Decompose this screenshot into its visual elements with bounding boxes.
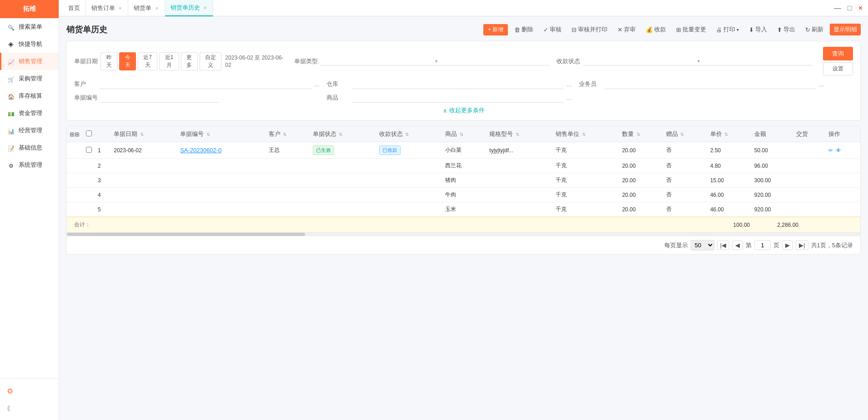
sidebar-item-search[interactable]: 搜索菜单 xyxy=(0,18,59,35)
row-transaction-col xyxy=(793,142,826,159)
tab-bar-maximize[interactable]: □ xyxy=(846,3,854,13)
row-checkbox-col[interactable] xyxy=(82,159,95,173)
date-btn-yesterday[interactable]: 昨天 xyxy=(100,52,117,70)
row-customer-col xyxy=(266,202,310,217)
date-btn-today[interactable]: 今天 xyxy=(119,52,136,70)
sort-payment-status-icon[interactable]: ⇅ xyxy=(405,132,409,137)
sort-gift-icon[interactable]: ⇅ xyxy=(680,132,684,137)
sort-goods-icon[interactable]: ⇅ xyxy=(460,132,463,137)
tab-sales-delivery[interactable]: 销货单 × xyxy=(128,0,165,16)
row-num-col: 5 xyxy=(95,202,111,217)
row-doc-number-col xyxy=(177,173,266,188)
table-scroll-area[interactable]: ⊞ 单据日期 ⇅ 单据编号 xyxy=(67,126,860,217)
delete-button[interactable]: 🗑 删除 xyxy=(511,24,537,35)
row-checkbox-col[interactable] xyxy=(82,142,95,159)
sort-spec-icon[interactable]: ⇅ xyxy=(516,132,519,137)
sidebar-item-base[interactable]: 基础信息 xyxy=(0,139,59,156)
date-btn-more[interactable]: 更多 xyxy=(181,52,198,70)
edit-op-button[interactable]: ✏ xyxy=(828,147,833,154)
audit-button[interactable]: ✓ 审核 xyxy=(540,24,565,35)
sidebar-bottom-settings[interactable]: ⚙ xyxy=(0,382,59,400)
date-range-display: 2023-06-02 至 2023-06-02 xyxy=(225,54,287,68)
sort-doc-status-icon[interactable]: ⇅ xyxy=(339,132,342,137)
select-all-checkbox[interactable] xyxy=(86,130,92,136)
sort-doc-number-icon[interactable]: ⇅ xyxy=(206,132,210,137)
last-page-button[interactable]: ▶| xyxy=(796,240,808,250)
row-doc-number-col xyxy=(177,188,266,202)
export-button[interactable]: ⬆ 导出 xyxy=(773,24,799,35)
filter-customer-input[interactable] xyxy=(100,79,311,89)
filter-warehouse-input[interactable] xyxy=(352,79,564,89)
sidebar-item-system[interactable]: 系统管理 xyxy=(0,156,59,174)
filter-settings-button[interactable]: 设置 xyxy=(823,62,853,75)
col-settings[interactable]: ⊞ xyxy=(67,126,82,142)
row-checkbox[interactable] xyxy=(86,147,92,153)
sidebar-item-purchase[interactable]: 采购管理 xyxy=(0,70,59,87)
collapse-filter-button[interactable]: ∧ 收起更多条件 xyxy=(74,106,853,115)
sort-customer-icon[interactable]: ⇅ xyxy=(283,132,286,137)
query-button[interactable]: 查询 xyxy=(823,47,853,60)
row-checkbox-col[interactable] xyxy=(82,202,95,217)
filter-payment-status-select[interactable]: ▾ xyxy=(583,57,812,65)
sort-unit-price-icon[interactable]: ⇅ xyxy=(724,132,728,137)
print-button[interactable]: 🖨 打印 ▾ xyxy=(712,24,743,35)
sort-doc-date-icon[interactable]: ⇅ xyxy=(140,132,144,137)
col-sales-unit: 销售单位 ⇅ xyxy=(553,126,619,142)
tab-bar-close[interactable]: × xyxy=(857,3,864,13)
tab-sales-history[interactable]: 销货单历史 × xyxy=(165,0,213,16)
row-gift-col: 否 xyxy=(663,173,707,188)
col-checkbox[interactable] xyxy=(82,126,95,142)
sidebar-item-sales[interactable]: 销售管理 xyxy=(0,53,59,70)
sidebar-item-finance[interactable]: 资金管理 xyxy=(0,105,59,122)
batch-change-button[interactable]: ⊞ 批量变更 xyxy=(672,24,710,35)
abandon-button[interactable]: ✕ 弃审 xyxy=(614,24,639,35)
tab-sales-order-close[interactable]: × xyxy=(118,5,122,11)
show-detail-button[interactable]: 显示明细 xyxy=(830,24,861,35)
scrollbar-thumb[interactable] xyxy=(67,233,305,236)
date-btn-custom[interactable]: 自定义 xyxy=(200,52,222,70)
next-page-button[interactable]: ▶ xyxy=(782,240,793,250)
row-checkbox-col[interactable] xyxy=(82,188,95,202)
date-btn-7days[interactable]: 近7天 xyxy=(138,52,157,70)
tab-sales-history-close[interactable]: × xyxy=(203,5,207,10)
filter-doc-number-input[interactable] xyxy=(100,93,219,103)
page-number-input[interactable] xyxy=(754,240,771,250)
system-icon xyxy=(7,161,15,169)
row-checkbox-col[interactable] xyxy=(82,173,95,188)
filter-goods-dots[interactable]: ... xyxy=(567,95,572,101)
collect-button[interactable]: 💰 收款 xyxy=(642,24,670,35)
first-page-button[interactable]: |◀ xyxy=(717,240,729,250)
tab-sales-order[interactable]: 销售订单 × xyxy=(86,0,128,16)
filter-salesperson-input[interactable] xyxy=(604,79,816,89)
audit-print-button[interactable]: ⊟ 审核并打印 xyxy=(568,24,611,35)
filter-warehouse-dots[interactable]: ... xyxy=(567,81,572,88)
row-customer-col xyxy=(266,173,310,188)
row-customer-col xyxy=(266,159,310,173)
filter-customer-dots[interactable]: ... xyxy=(314,81,319,88)
new-button[interactable]: + 新增 xyxy=(483,24,508,35)
table-horizontal-scrollbar[interactable] xyxy=(67,232,860,236)
base-icon xyxy=(7,144,15,152)
view-op-button[interactable]: 👁 xyxy=(836,147,841,154)
date-btn-1month[interactable]: 近1月 xyxy=(159,52,179,70)
tab-bar-minimize[interactable]: — xyxy=(832,3,843,13)
filter-salesperson-dots[interactable]: ... xyxy=(819,81,824,88)
refresh-button[interactable]: ↻ 刷新 xyxy=(802,24,827,35)
filter-goods: 商品 ... xyxy=(326,93,572,103)
sidebar-item-quick-nav[interactable]: 快捷导航 xyxy=(0,35,59,53)
tab-home[interactable]: 首页 xyxy=(63,0,86,16)
per-page-select[interactable]: 50 20 100 xyxy=(691,240,714,250)
prev-page-button[interactable]: ◀ xyxy=(732,240,743,250)
filter-salesperson-label: 业务员 xyxy=(579,80,602,88)
filter-goods-input[interactable] xyxy=(352,93,564,103)
tab-sales-delivery-close[interactable]: × xyxy=(154,5,159,11)
sidebar-bottom-collapse[interactable]: ⟪ xyxy=(0,400,59,416)
doc-number-link[interactable]: SA-20230602-0 xyxy=(180,147,221,154)
sidebar-item-operate[interactable]: 经营管理 xyxy=(0,122,59,139)
filter-doc-type-select[interactable]: ▾ xyxy=(321,57,550,65)
sort-quantity-icon[interactable]: ⇅ xyxy=(637,132,640,137)
sidebar-item-inventory[interactable]: 库存核算 xyxy=(0,87,59,105)
import-button[interactable]: ⬇ 导入 xyxy=(745,24,771,35)
sort-sales-unit-icon[interactable]: ⇅ xyxy=(582,132,586,137)
tab-sales-delivery-label: 销货单 xyxy=(134,4,151,12)
